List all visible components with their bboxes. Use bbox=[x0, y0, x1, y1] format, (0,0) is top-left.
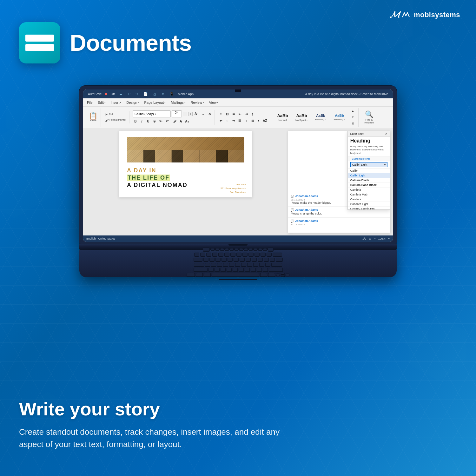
menu-insert[interactable]: Insert ▾ bbox=[111, 101, 122, 104]
style-heading1-name: Heading 1 bbox=[315, 118, 326, 121]
italic-button[interactable]: I bbox=[139, 118, 145, 124]
align-right-button[interactable]: ➡ bbox=[231, 118, 236, 123]
align-left-button[interactable]: ⬅ bbox=[218, 118, 224, 123]
clipboard-sub-group: ✂ Cut 🖌 Format Painter bbox=[102, 111, 129, 123]
key-v bbox=[227, 268, 232, 272]
menu-mailings[interactable]: Mailings ▾ bbox=[171, 101, 185, 104]
font-body-preview: Body text body text body text body text.… bbox=[348, 145, 390, 156]
zoom-in-button[interactable]: + bbox=[388, 237, 390, 240]
style-no-spacing[interactable]: AaBb No Spaci... bbox=[293, 112, 311, 123]
cut-button[interactable]: ✂ Cut bbox=[104, 112, 114, 117]
write-story-headline: Write your story bbox=[19, 398, 457, 420]
grid-view-icon[interactable]: ⊞ bbox=[369, 237, 371, 240]
font-item-cambria[interactable]: Cambria bbox=[348, 188, 390, 192]
list-view-icon[interactable]: ≡ bbox=[374, 237, 375, 240]
table-options-button[interactable]: ▾ bbox=[256, 118, 261, 123]
doc-footer-line3: San Francisco bbox=[221, 190, 246, 194]
increase-indent-button[interactable]: ⇥ bbox=[243, 111, 249, 117]
font-dropdown-arrow[interactable]: ▾ bbox=[155, 113, 156, 116]
share-icon[interactable]: ⬆ bbox=[162, 92, 164, 96]
justify-button[interactable]: ☰ bbox=[237, 118, 243, 123]
numbering-button[interactable]: ⊟ bbox=[224, 111, 230, 117]
clear-format-button[interactable]: ✕ bbox=[207, 111, 213, 117]
style-normal[interactable]: AaBb Normal bbox=[274, 112, 291, 123]
key-o bbox=[252, 258, 257, 261]
key-i bbox=[246, 258, 251, 261]
style-no-spacing-name: No Spaci... bbox=[295, 119, 308, 122]
font-item-candara-light[interactable]: Candara Light bbox=[348, 202, 390, 207]
style-normal-preview: AaBb bbox=[277, 113, 288, 118]
menu-view[interactable]: View ▾ bbox=[209, 101, 219, 104]
style-heading2[interactable]: AaBb Heading 2 bbox=[331, 112, 348, 122]
format-painter-button[interactable]: 🖌 Format Painter bbox=[104, 118, 127, 123]
format-buttons-row: B I U S X₂ X² 🖊 A Aₐ bbox=[133, 118, 213, 124]
paste-button[interactable]: 📋 Paste bbox=[88, 112, 99, 123]
key-x bbox=[215, 268, 220, 272]
key-z bbox=[208, 268, 214, 272]
key-cmd-left bbox=[204, 273, 211, 277]
font-item-calibri-light[interactable]: Calibri Light bbox=[348, 173, 390, 178]
font-item-calibri[interactable]: Calibri bbox=[348, 169, 390, 173]
show-formatting-button[interactable]: ¶ bbox=[250, 111, 255, 117]
subscript-button[interactable]: X₂ bbox=[158, 118, 164, 124]
shrink-font-button[interactable]: ⌄ bbox=[200, 111, 206, 117]
key-slash bbox=[263, 268, 268, 272]
key-arrow-up bbox=[281, 273, 285, 274]
font-customize-link[interactable]: • Customize fonts bbox=[348, 156, 390, 161]
font-select-box[interactable]: Calibri Light ▾ bbox=[350, 162, 387, 167]
cut-label: Cut bbox=[109, 113, 113, 116]
grow-font-button[interactable]: A↑ bbox=[194, 111, 199, 117]
font-color-button[interactable]: A bbox=[178, 118, 184, 124]
undo-icon[interactable]: ↩ bbox=[128, 92, 130, 96]
cloud-icon[interactable]: ☁ bbox=[119, 92, 122, 96]
font-item-candara[interactable]: Candara bbox=[348, 197, 390, 202]
font-item-calluna-black[interactable]: Calluna Black bbox=[348, 178, 390, 183]
laptop-trackpad[interactable] bbox=[219, 279, 257, 280]
font-panel-top: Latin Text ✕ bbox=[348, 131, 390, 137]
find-replace-button[interactable]: 🔍 Find & Replace bbox=[362, 110, 376, 125]
sort-button[interactable]: AZ bbox=[262, 118, 268, 123]
font-size-increase-button[interactable]: + bbox=[188, 112, 193, 116]
style-heading1[interactable]: AaBb Heading 1 bbox=[312, 112, 329, 122]
strikethrough-button[interactable]: S bbox=[152, 118, 157, 124]
font-panel-close[interactable]: ✕ bbox=[385, 132, 387, 136]
bold-button[interactable]: B bbox=[133, 118, 138, 124]
key-esc bbox=[203, 248, 210, 251]
insert-table-button[interactable]: ⊞ bbox=[250, 118, 255, 123]
font-size-selector[interactable]: 24 bbox=[172, 110, 182, 117]
styles-group: AaBb Normal AaBb No Spaci... AaBb Headin… bbox=[271, 108, 359, 127]
laptop-hinge bbox=[228, 244, 248, 246]
font-name-selector[interactable]: Calibri (Body) ▾ bbox=[133, 110, 171, 117]
font-format-button[interactable]: Aₐ bbox=[184, 118, 190, 124]
doc-main-area: A DAY IN THE LIFE OF A DIGITAL NOMAD The… bbox=[83, 128, 288, 235]
styles-expand-arrow[interactable]: ⊡ bbox=[350, 121, 356, 127]
multilevel-button[interactable]: ≣ bbox=[231, 111, 236, 117]
bullets-button[interactable]: ≡ bbox=[218, 111, 224, 117]
keyboard-row-6 bbox=[187, 273, 289, 277]
font-select-arrow[interactable]: ▾ bbox=[384, 163, 386, 166]
menu-design[interactable]: Design ▾ bbox=[126, 101, 139, 104]
font-item-century-gothic-pro[interactable]: Century Gothic Pro bbox=[348, 207, 390, 209]
styles-up-arrow[interactable]: ▲ bbox=[350, 108, 356, 114]
print-icon[interactable]: 🖨 bbox=[153, 92, 156, 96]
redo-icon[interactable]: ↪ bbox=[136, 92, 138, 96]
styles-down-arrow[interactable]: ▼ bbox=[350, 115, 356, 120]
menu-file[interactable]: File bbox=[87, 101, 93, 104]
new-doc-icon[interactable]: 📄 bbox=[143, 92, 148, 96]
laptop-keyboard bbox=[79, 250, 397, 277]
menu-edit[interactable]: Edit ▾ bbox=[98, 101, 106, 104]
highlight-button[interactable]: 🖊 bbox=[172, 118, 178, 124]
font-item-calluna-sans-black[interactable]: Calluna Sans Black bbox=[348, 183, 390, 188]
key-f8 bbox=[244, 248, 248, 251]
underline-button[interactable]: U bbox=[145, 118, 151, 124]
font-size-decrease-button[interactable]: − bbox=[183, 112, 187, 116]
menu-page-layout[interactable]: Page Layout ▾ bbox=[144, 101, 166, 104]
menu-review[interactable]: Review ▾ bbox=[191, 101, 204, 104]
key-f bbox=[223, 263, 228, 267]
decrease-indent-button[interactable]: ⇤ bbox=[237, 111, 243, 117]
superscript-button[interactable]: X² bbox=[164, 118, 170, 124]
align-center-button[interactable]: ↔ bbox=[224, 118, 230, 123]
paste-label: Paste bbox=[90, 119, 96, 122]
font-item-cambria-math[interactable]: Cambria Math bbox=[348, 192, 390, 197]
line-spacing-button[interactable]: ↕ bbox=[243, 118, 249, 123]
